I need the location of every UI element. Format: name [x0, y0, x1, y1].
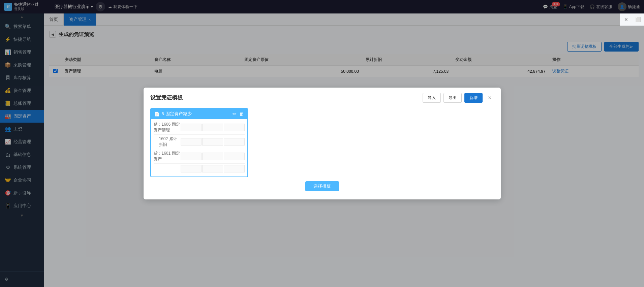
- template-card-header: 📄 5-固定资产减少 ✏ 🗑: [151, 109, 247, 119]
- template-col-6: [224, 138, 245, 146]
- template-col-5: [202, 138, 223, 146]
- import-button[interactable]: 导入: [423, 93, 441, 103]
- template-card-actions: ✏ 🗑: [233, 111, 244, 117]
- modal-close-button[interactable]: ×: [486, 94, 494, 102]
- template-edit-icon[interactable]: ✏: [233, 111, 237, 117]
- template-credit-row-1: 贷：1601 固定资产: [154, 149, 245, 164]
- template-file-icon: 📄: [154, 111, 160, 117]
- template-col-9: [224, 153, 245, 160]
- template-col-3: [224, 124, 245, 131]
- template-col-12: [224, 165, 245, 172]
- template-col-1: [181, 124, 202, 131]
- template-empty-row: [154, 164, 245, 174]
- select-template-button[interactable]: 选择模板: [305, 181, 339, 191]
- template-name: 5-固定资产减少: [162, 111, 192, 117]
- modal-header: 设置凭证模板 导入 导出 新增 ×: [144, 88, 501, 103]
- modal-toolbar: 导入 导出 新增: [423, 93, 483, 103]
- new-template-button[interactable]: 新增: [464, 93, 483, 103]
- window-controls: ✕ ⬜: [620, 13, 644, 26]
- modal-set-template: 设置凭证模板 导入 导出 新增 × 📄 5-固定资产减少 ✏ 🗑: [144, 88, 501, 199]
- template-col-8: [202, 153, 223, 160]
- export-button[interactable]: 导出: [443, 93, 462, 103]
- template-col-2: [202, 124, 223, 131]
- template-card: 📄 5-固定资产减少 ✏ 🗑 借：1606 固定资产清理: [150, 108, 248, 177]
- template-debit-row-1: 借：1606 固定资产清理: [154, 120, 245, 135]
- template-col-4: [181, 138, 202, 146]
- maximize-window-button[interactable]: ⬜: [632, 13, 644, 26]
- modal-body: 📄 5-固定资产减少 ✏ 🗑 借：1606 固定资产清理: [144, 103, 501, 199]
- close-window-button[interactable]: ✕: [620, 13, 632, 26]
- template-col-7: [181, 153, 202, 160]
- template-delete-icon[interactable]: 🗑: [239, 111, 244, 117]
- modal-overlay: 设置凭证模板 导入 导出 新增 × 📄 5-固定资产减少 ✏ 🗑: [0, 0, 644, 287]
- template-card-body: 借：1606 固定资产清理 1602 累计折旧: [151, 119, 247, 177]
- template-col-10: [181, 165, 202, 172]
- modal-title: 设置凭证模板: [150, 94, 183, 101]
- template-col-11: [202, 165, 223, 172]
- template-debit-row-2: 1602 累计折旧: [154, 135, 245, 149]
